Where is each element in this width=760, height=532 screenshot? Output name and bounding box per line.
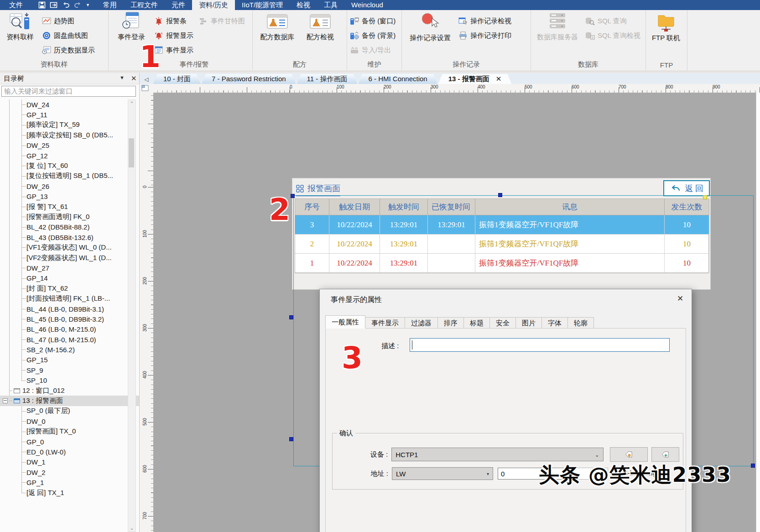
tree-item[interactable]: [VF1变频器状态] WL_0 (D...	[0, 242, 139, 252]
tree-item[interactable]: GP_0	[0, 437, 139, 447]
page-icon[interactable]	[141, 85, 150, 92]
alarm-bar-button[interactable]: 报警条	[154, 14, 193, 28]
panel-dropdown-icon[interactable]: ▼	[120, 75, 125, 80]
tag-add-icon-button[interactable]	[651, 447, 679, 462]
dialog-tab[interactable]: 过滤器	[405, 317, 438, 329]
selection-handle[interactable]	[291, 194, 295, 198]
tree-item[interactable]: SP_0 (最下层)	[0, 406, 139, 416]
tree-item[interactable]: DW_0	[0, 416, 139, 426]
tree-item[interactable]: GP_12	[0, 151, 139, 161]
selection-handle[interactable]	[289, 437, 293, 441]
tree-item[interactable]: [复 位] TX_60	[0, 161, 139, 171]
tab-close-icon[interactable]: ✕	[496, 75, 502, 83]
menu-tab[interactable]: IIoT/能源管理	[235, 0, 290, 10]
tree-item[interactable]: ED_0 (LW-0)	[0, 447, 139, 457]
menu-tab[interactable]: 工程文件	[124, 0, 165, 10]
op-record-print-button[interactable]: 操作记录打印	[458, 28, 511, 43]
back-button[interactable]: 返 回	[663, 180, 710, 196]
dialog-tab[interactable]: 排序	[437, 317, 464, 329]
menu-tab[interactable]: 常用	[96, 0, 124, 10]
selection-handle[interactable]	[703, 195, 707, 199]
trend-chart-button[interactable]: 趋势图	[42, 14, 95, 28]
menu-tab[interactable]: 元件	[165, 0, 192, 10]
tag-icon-button[interactable]	[610, 447, 648, 462]
op-record-settings-button[interactable]: 操作记录设置	[408, 12, 452, 42]
device-select[interactable]: HCTP1 ⌄	[391, 448, 603, 461]
tree-item[interactable]: SB_2 (M-156.2)	[0, 344, 139, 355]
scroll-down-icon[interactable]: ⌄	[128, 526, 135, 531]
export-window-icon[interactable]	[50, 1, 58, 9]
tree-item[interactable]: DW_26	[0, 181, 139, 191]
tree-item[interactable]: BL_44 (LB-0, DB9Bit-3.1)	[0, 304, 139, 314]
tree-item[interactable]: BL_43 (DB5Bit-132.6)	[0, 232, 139, 242]
tree-item[interactable]: [复位按钮透明] SB_1 (DB5...	[0, 171, 139, 181]
event-log-button[interactable]: 事件登录	[114, 12, 149, 41]
redo-icon[interactable]	[74, 1, 82, 9]
tree-item[interactable]: GP_1	[0, 477, 139, 487]
properties-dialog[interactable]: 事件显示的属性 ✕ 一般属性事件显示过滤器排序标题安全图片字体轮廓 描述 : 3…	[319, 289, 692, 532]
design-tab[interactable]: 10 - 封面✕	[153, 74, 201, 84]
tree-item[interactable]: 13 : 报警画面	[0, 396, 139, 406]
tree-item[interactable]: [报 警] TX_61	[0, 202, 139, 212]
tree-item[interactable]: [报警画面透明] FK_0	[0, 212, 139, 222]
selection-handle[interactable]	[751, 464, 755, 468]
tree-scrollbar[interactable]: ⌃ ⌄	[128, 99, 136, 532]
expander-icon[interactable]	[3, 398, 8, 403]
recipe-database-button[interactable]: 配方数据库	[258, 12, 297, 41]
tree-item[interactable]: [封面按钮透明] FK_1 (LB-...	[0, 293, 139, 303]
menu-tab[interactable]: 工具	[317, 0, 344, 10]
design-tab[interactable]: 7 - Password Restriction✕	[202, 74, 296, 84]
tree-item[interactable]: [VF2变频器状态] WL_1 (D...	[0, 253, 139, 263]
tree-item[interactable]: BL_42 (DB5Bit-88.2)	[0, 222, 139, 232]
dialog-close-icon[interactable]: ✕	[675, 294, 686, 303]
filter-input[interactable]: 输入关键词来过滤窗口	[1, 86, 136, 97]
undo-icon[interactable]	[62, 1, 70, 9]
recipe-view-button[interactable]: 配方检视	[302, 12, 338, 41]
tree-item[interactable]: BL_45 (LB-0, DB9Bit-3.2)	[0, 314, 139, 324]
tree-item[interactable]: BL_47 (LB-0, M-215.0)	[0, 334, 139, 344]
dialog-tab[interactable]: 图片	[515, 317, 542, 329]
tree-item[interactable]: BL_46 (LB-0, M-215.0)	[0, 324, 139, 334]
menu-tab[interactable]: 资料/历史	[192, 0, 235, 10]
dialog-tab[interactable]: 标题	[463, 317, 490, 329]
description-input[interactable]	[410, 338, 670, 352]
tree-item[interactable]: SP_9	[0, 365, 139, 375]
menu-tab[interactable]: Weincloud	[344, 0, 390, 10]
toolbar-dropdown-icon[interactable]: ▼	[86, 3, 90, 7]
panel-close-icon[interactable]: ✕	[131, 74, 137, 83]
op-record-view-button[interactable]: 操作记录检视	[458, 14, 511, 28]
data-sampling-button[interactable]: 资料取样	[3, 12, 37, 41]
tree-item[interactable]: DW_27	[0, 263, 139, 273]
menu-tab[interactable]: 检视	[290, 0, 317, 10]
tree-item[interactable]: GP_11	[0, 110, 139, 120]
backup-background-button[interactable]: 备份 (背景)	[350, 28, 396, 43]
tree-item[interactable]: DW_2	[0, 467, 139, 477]
design-tab[interactable]: 11 - 操作画面✕	[297, 74, 358, 84]
save-icon[interactable]	[38, 1, 46, 9]
tree-item[interactable]: DW_24	[0, 99, 139, 110]
tree-item[interactable]: GP_15	[0, 355, 139, 365]
tree-item[interactable]: DW_1	[0, 457, 139, 467]
dialog-tab[interactable]: 一般属性	[325, 315, 365, 329]
backup-window-button[interactable]: 备份 (窗口)	[350, 14, 396, 28]
design-tab[interactable]: 13 - 报警画面✕	[438, 74, 512, 84]
tree-item[interactable]: GP_13	[0, 192, 139, 202]
tree-item[interactable]: GP_14	[0, 273, 139, 283]
tree-item[interactable]: [频率设定] TX_59	[0, 120, 139, 130]
selection-handle[interactable]	[498, 193, 502, 197]
design-canvas[interactable]: 报警画面 返 回 序号触发日期触发时间已恢复时间讯息发生次数 3 10/22/2…	[153, 93, 760, 532]
ftp-connect-button[interactable]: FTP 联机	[650, 12, 682, 42]
tree-item[interactable]: SP_10	[0, 376, 139, 386]
history-data-button[interactable]: 历史数据显示	[42, 43, 95, 57]
tree-item[interactable]: [封 面] TX_62	[0, 283, 139, 293]
menu-file[interactable]: 文件	[0, 0, 32, 10]
tab-scroll-left-icon[interactable]: ◁	[140, 76, 153, 84]
selection-handle[interactable]	[289, 315, 293, 319]
address-type-select[interactable]: LW ▾	[392, 467, 493, 480]
dialog-tab[interactable]: 轮廓	[567, 317, 594, 329]
tree-item[interactable]: [返 回] TX_1	[0, 488, 139, 498]
dialog-tab[interactable]: 字体	[541, 317, 568, 329]
tree-item[interactable]: 12 : 窗口_012	[0, 386, 139, 396]
alarm-table[interactable]: 序号触发日期触发时间已恢复时间讯息发生次数 3 10/22/2024 13:29…	[295, 198, 709, 273]
dialog-tab[interactable]: 安全	[489, 317, 516, 329]
